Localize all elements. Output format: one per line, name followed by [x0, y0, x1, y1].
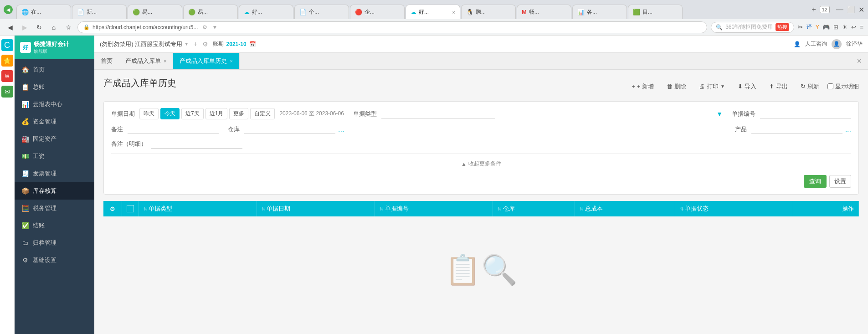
query-button[interactable]: 查询	[804, 175, 827, 188]
import-button[interactable]: ⬇ 导入	[733, 81, 761, 92]
sidebar-item-general-ledger[interactable]: 📋 总账	[15, 78, 94, 96]
dropdown-icon[interactable]: ▼	[212, 24, 217, 31]
date-btn-yesterday[interactable]: 昨天	[139, 108, 159, 119]
date-btn-more[interactable]: 更多	[229, 108, 248, 119]
show-detail-checkbox-label[interactable]: 显示明细	[827, 82, 859, 91]
breadcrumb-home[interactable]: 首页	[94, 53, 119, 69]
settings-icon[interactable]: ≡	[860, 24, 863, 31]
content-area: (勿删勿禁用) 江西服宝测试专用 ▼ + ⚙ 账期 2021-10 📅 👤 人工…	[94, 36, 868, 334]
browser-tab-11[interactable]: 📊 各...	[572, 5, 627, 19]
app-icon-weibo[interactable]: W	[1, 70, 13, 82]
settings-button[interactable]: ⚙	[202, 41, 208, 48]
type-dropdown-chevron[interactable]: ▼	[716, 110, 723, 118]
close-window-icon[interactable]: ✕	[858, 5, 864, 14]
sidebar-item-payroll[interactable]: 💵 工资	[15, 148, 94, 165]
table-th-cost[interactable]: ⇅ 总成本	[575, 201, 675, 216]
sidebar-item-archive[interactable]: 🗂 归档管理	[15, 234, 94, 252]
add-company-button[interactable]: +	[193, 40, 197, 48]
sidebar-item-cloud-report[interactable]: 📊 云报表中心	[15, 96, 94, 113]
browser-tab-5[interactable]: ☁ 好...	[239, 5, 293, 19]
maximize-icon[interactable]: ⬜	[847, 6, 855, 13]
tab-close-8[interactable]: ×	[452, 10, 455, 15]
sidebar-item-tax[interactable]: 🧮 税务管理	[15, 200, 94, 217]
browser-tab-2[interactable]: 📄 新...	[72, 5, 127, 19]
back-icon2[interactable]: ↩	[851, 24, 856, 31]
table-th-number[interactable]: ⇅ 单据编号	[375, 201, 493, 216]
settings-btn[interactable]: 设置	[829, 175, 851, 188]
browser-tab-6[interactable]: 📄 个...	[294, 5, 349, 19]
show-detail-checkbox[interactable]	[827, 83, 833, 89]
url-bar[interactable]: 🔒 https://cloud.chanjet.com/accounting/u…	[77, 21, 707, 33]
tab-close-list[interactable]: ×	[164, 58, 166, 64]
browser-tab-1[interactable]: 🌐 在...	[16, 5, 71, 19]
scissors-icon[interactable]: ✂	[798, 24, 803, 31]
translate-icon[interactable]: 译	[806, 23, 812, 31]
new-tab-button[interactable]: +	[810, 5, 817, 14]
sidebar-item-inventory[interactable]: 📦 库存核算	[15, 182, 94, 200]
home-button[interactable]: ⌂	[48, 22, 59, 33]
date-btn-custom[interactable]: 自定义	[250, 108, 275, 119]
print-button[interactable]: 🖨 打印 ▼	[694, 81, 729, 92]
product-filter-input[interactable]	[751, 125, 842, 134]
table-th-status[interactable]: ⇅ 单据状态	[675, 201, 793, 216]
sidebar-item-settings[interactable]: ⚙ 基础设置	[15, 252, 94, 269]
browser-tab-9[interactable]: 🐧 腾...	[461, 5, 516, 19]
warehouse-filter-input[interactable]	[244, 125, 335, 134]
app-icon-email[interactable]: ✉	[1, 86, 13, 98]
calendar-icon[interactable]: 📅	[249, 41, 256, 47]
browser-tab-10[interactable]: M 畅...	[517, 5, 571, 19]
note-filter-input[interactable]	[128, 125, 219, 134]
panel-close-button[interactable]: ×	[850, 57, 868, 66]
currency-icon[interactable]: ¥	[816, 24, 819, 31]
table-th-type[interactable]: ⇅ 单据类型	[139, 201, 257, 216]
detail-note-filter-input[interactable]	[151, 139, 242, 149]
date-btn-7days[interactable]: 近7天	[181, 108, 204, 119]
table-th-gear[interactable]: ⚙	[103, 201, 122, 216]
date-btn-1month[interactable]: 近1月	[205, 108, 228, 119]
sidebar-item-fixed-assets[interactable]: 🏭 固定资产	[15, 130, 94, 148]
back-button[interactable]: ◀	[5, 22, 15, 33]
browser-tab-12[interactable]: 🟩 目...	[628, 5, 683, 19]
table-th-date[interactable]: ⇅ 单据日期	[257, 201, 375, 216]
table-th-checkbox[interactable]	[122, 201, 139, 216]
company-dropdown-icon[interactable]: ▼	[184, 41, 189, 46]
sidebar-item-close-account[interactable]: ✅ 结账	[15, 217, 94, 234]
warehouse-ellipsis-btn[interactable]: ...	[338, 125, 344, 134]
game-icon[interactable]: 🎮	[822, 24, 830, 31]
browser-tab-8[interactable]: ☁ 好... ×	[406, 5, 460, 19]
collapse-button[interactable]: ▲ 收起更多条件	[461, 157, 501, 170]
360-search-bar[interactable]: 🔍 360智能抠图免费用 热搜	[711, 22, 794, 33]
sidebar-item-fund-mgmt[interactable]: 💰 资金管理	[15, 113, 94, 130]
tax-icon: 🧮	[21, 205, 29, 212]
product-ellipsis-btn[interactable]: ...	[845, 125, 851, 134]
date-btn-today[interactable]: 今天	[160, 108, 180, 119]
select-all-checkbox[interactable]	[127, 205, 134, 212]
browser-tab-4[interactable]: 🟢 易...	[183, 5, 238, 19]
type-filter-input[interactable]	[381, 109, 495, 118]
company-selector[interactable]: (勿删勿禁用) 江西服宝测试专用 ▼	[100, 40, 189, 48]
export-button[interactable]: ⬆ 导出	[765, 81, 792, 92]
tab-close-history[interactable]: ×	[230, 58, 232, 64]
refresh-button[interactable]: ↻ 刷新	[796, 81, 824, 92]
browser-tab-7[interactable]: 🔴 企...	[350, 5, 405, 19]
grid-icon[interactable]: ⊞	[833, 24, 838, 31]
minimize-icon[interactable]: —	[836, 5, 843, 14]
browser-tab-3[interactable]: 🟢 易...	[128, 5, 182, 19]
app-icon-main[interactable]: C	[1, 39, 13, 51]
page-tab-list[interactable]: 产成品入库单 ×	[119, 53, 173, 69]
add-button[interactable]: + + 新增	[627, 81, 658, 92]
column-settings-icon[interactable]: ⚙	[110, 206, 115, 212]
forward-button[interactable]: ▶	[19, 22, 30, 33]
table-th-warehouse[interactable]: ⇅ 仓库	[493, 201, 575, 216]
app-icon-star[interactable]: ⭐	[1, 55, 13, 67]
print-dropdown-icon[interactable]: ▼	[720, 84, 725, 89]
reload-button[interactable]: ↻	[34, 22, 45, 33]
sidebar-item-home[interactable]: 🏠 首页	[15, 61, 94, 78]
sidebar-item-invoice[interactable]: 🧾 发票管理	[15, 165, 94, 182]
theme-icon[interactable]: ☀	[842, 24, 847, 31]
page-tab-history[interactable]: 产成品入库单历史 ×	[173, 53, 239, 69]
user-service-label[interactable]: 人工咨询	[805, 40, 827, 48]
delete-button[interactable]: 🗑 删除	[662, 81, 691, 92]
bookmark-button[interactable]: ☆	[63, 22, 74, 33]
number-filter-input[interactable]	[760, 109, 851, 118]
